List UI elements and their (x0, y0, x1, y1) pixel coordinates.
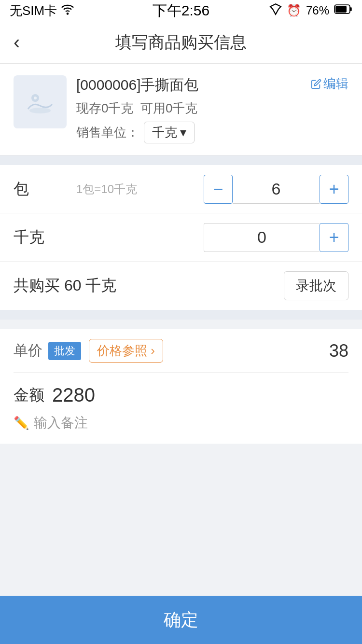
amount-label: 金额 (14, 385, 44, 406)
bag-label: 包 (14, 179, 71, 200)
price-tag: 批发 (48, 342, 81, 360)
empty-space (0, 444, 362, 617)
product-unit-row: 销售单位： 千克 ▾ (76, 122, 348, 143)
remark-row[interactable]: ✏️ 输入备注 (14, 414, 348, 432)
svg-rect-2 (350, 7, 352, 11)
price-section: 单价 批发 价格参照 › 38 (0, 329, 362, 373)
svg-point-6 (29, 108, 51, 113)
status-carrier: 无SIM卡 (10, 2, 74, 19)
page-title: 填写商品购买信息 (115, 31, 247, 54)
price-label: 单价 (14, 341, 42, 361)
separator-1 (0, 155, 362, 165)
price-value: 38 (329, 341, 348, 361)
pencil-icon: ✏️ (14, 416, 29, 431)
kg-qty-control: + (204, 223, 348, 252)
svg-point-5 (34, 97, 37, 99)
bag-plus-button[interactable]: + (320, 175, 348, 204)
product-thumbnail (14, 75, 67, 128)
product-name: [0000006]手撕面包 (76, 75, 311, 95)
chevron-down-icon: ▾ (180, 125, 186, 140)
amount-row: 金额 2280 (14, 384, 348, 406)
bag-sublabel: 1包=10千克 (76, 182, 137, 197)
svg-rect-3 (335, 6, 347, 13)
total-label: 共购买 60 千克 (14, 275, 116, 296)
separator-2 (0, 310, 362, 320)
batch-button[interactable]: 录批次 (284, 271, 348, 300)
amount-section: 金额 2280 ✏️ 输入备注 (0, 373, 362, 444)
product-stock: 现存0千克 可用0千克 (76, 100, 348, 117)
back-button[interactable]: ‹ (14, 31, 20, 53)
kg-qty-input[interactable] (204, 223, 320, 252)
confirm-label: 确定 (164, 608, 198, 632)
kg-row: 千克 + (0, 213, 362, 262)
alarm-icon: ⏰ (287, 4, 301, 17)
bag-row: 包 1包=10千克 − + (0, 165, 362, 213)
nav-bar: ‹ 填写商品购买信息 (0, 21, 362, 64)
amount-value: 2280 (52, 384, 95, 406)
edit-button[interactable]: 编辑 (311, 75, 348, 92)
price-row: 单价 批发 价格参照 › 38 (14, 329, 348, 373)
input-section: 包 1包=10千克 − + 千克 + (0, 165, 362, 262)
confirm-button[interactable]: 确定 (0, 596, 362, 644)
kg-plus-button[interactable]: + (320, 223, 348, 252)
total-row: 共购买 60 千克 录批次 (0, 262, 362, 310)
bag-qty-control: − + (204, 175, 348, 204)
location-icon (269, 3, 282, 18)
status-bar: 无SIM卡 下午2:56 ⏰ 76% (0, 0, 362, 21)
status-right: ⏰ 76% (269, 3, 352, 18)
status-time: 下午2:56 (153, 1, 209, 21)
product-info: [0000006]手撕面包 编辑 现存0千克 可用0千克 销售单位： 千克 ▾ (76, 75, 348, 143)
product-card: [0000006]手撕面包 编辑 现存0千克 可用0千克 销售单位： 千克 ▾ (0, 64, 362, 155)
kg-label: 千克 (14, 227, 71, 248)
unit-select[interactable]: 千克 ▾ (144, 122, 195, 143)
svg-point-0 (67, 13, 68, 14)
bag-qty-input[interactable] (233, 175, 320, 204)
price-ref-button[interactable]: 价格参照 › (89, 339, 163, 363)
remark-placeholder: 输入备注 (34, 414, 88, 432)
battery-icon (334, 4, 352, 17)
bag-minus-button[interactable]: − (204, 175, 233, 204)
wifi-icon (61, 2, 74, 19)
